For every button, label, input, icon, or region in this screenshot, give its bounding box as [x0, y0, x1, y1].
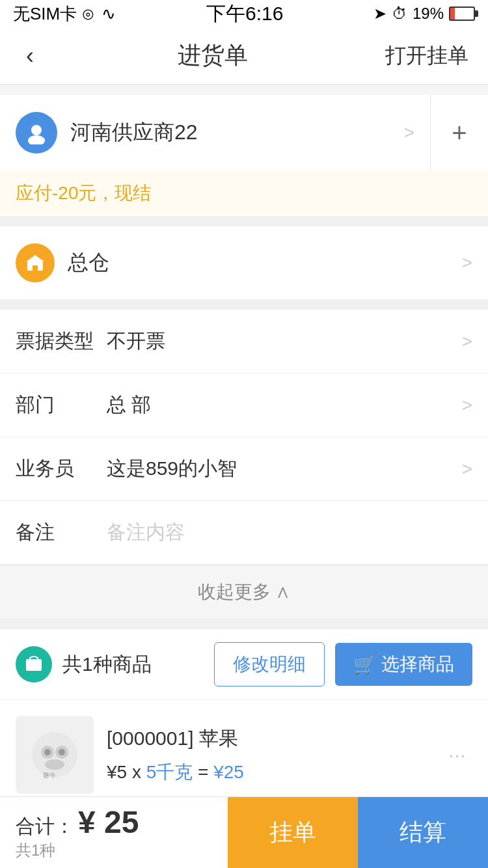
- department-row[interactable]: 部门 总 部 >: [0, 373, 488, 437]
- alarm-icon: ⏱: [392, 5, 407, 23]
- form-section: 票据类型 不开票 > 部门 总 部 > 业务员 这是859的小智 > 备注 备注…: [0, 310, 488, 619]
- svg-rect-5: [26, 659, 42, 671]
- svg-point-9: [44, 749, 51, 755]
- svg-rect-4: [33, 265, 38, 271]
- location-icon: ➤: [373, 5, 386, 23]
- edit-detail-button[interactable]: 修改明细: [214, 642, 325, 686]
- page-title: 进货单: [178, 40, 248, 72]
- unit-price: ¥5 x: [107, 762, 146, 782]
- warehouse-chevron-icon: >: [462, 252, 472, 273]
- product-item: 磐牛 [0000001] 苹果 ¥5 x 5千克 = ¥25 ···: [0, 700, 488, 809]
- total-amount: ¥ 25: [78, 804, 139, 840]
- invoice-type-value: 不开票: [107, 328, 455, 355]
- battery-text: 19%: [413, 5, 444, 23]
- supplier-name: 河南供应商22: [70, 118, 398, 147]
- product-code: [0000001]: [107, 727, 199, 749]
- remark-row[interactable]: 备注 备注内容: [0, 501, 488, 565]
- subtotal-value: ¥25: [213, 762, 244, 782]
- salesperson-chevron-icon: >: [462, 459, 472, 480]
- supplier-avatar: [16, 112, 57, 154]
- department-value: 总 部: [107, 392, 455, 418]
- select-product-label: 选择商品: [381, 652, 454, 677]
- supplier-notice: 应付-20元，现结: [0, 170, 488, 216]
- open-hang-button[interactable]: 打开挂单: [385, 42, 468, 70]
- content-area: 河南供应商22 > + 应付-20元，现结 总仓 > 票据类型 不开票 > 部门…: [0, 95, 488, 868]
- warehouse-name: 总仓: [68, 249, 455, 277]
- supplier-selector[interactable]: 河南供应商22 >: [0, 95, 431, 170]
- svg-point-10: [59, 749, 65, 755]
- quantity-value: 5千克: [146, 762, 193, 782]
- select-product-button[interactable]: 🛒 选择商品: [335, 643, 472, 686]
- product-thumbnail: 磐牛: [16, 716, 94, 794]
- department-chevron-icon: >: [462, 395, 472, 416]
- status-bar: 无SIM卡 ⊙ ∿ 下午6:16 ➤ ⏱ 19%: [0, 0, 488, 27]
- remark-label: 备注: [16, 519, 107, 546]
- svg-point-1: [28, 135, 45, 144]
- status-time: 下午6:16: [206, 1, 283, 27]
- supplier-add-button[interactable]: +: [431, 95, 488, 170]
- checkout-button[interactable]: 结算: [358, 797, 488, 868]
- svg-point-0: [31, 125, 42, 135]
- bottom-bar: 合计： ¥ 25 共1种 挂单 结算: [0, 796, 488, 868]
- product-title: 苹果: [199, 727, 238, 749]
- product-name: [0000001] 苹果: [107, 726, 442, 752]
- svg-marker-3: [26, 255, 44, 262]
- invoice-type-row[interactable]: 票据类型 不开票 >: [0, 310, 488, 373]
- supplier-section: 河南供应商22 > +: [0, 95, 488, 170]
- svg-point-11: [45, 759, 64, 770]
- svg-text:磐牛: 磐牛: [43, 772, 56, 779]
- product-info: [0000001] 苹果 ¥5 x 5千克 = ¥25: [107, 726, 442, 785]
- cart-icon: 🛒: [353, 654, 376, 675]
- salesperson-row[interactable]: 业务员 这是859的小智 >: [0, 437, 488, 501]
- equals-sign: =: [198, 762, 213, 782]
- salesperson-value: 这是859的小智: [107, 455, 455, 482]
- products-section: 共1种商品 修改明细 🛒 选择商品 磐牛: [0, 629, 488, 809]
- department-label: 部门: [16, 392, 107, 418]
- product-more-button[interactable]: ···: [442, 737, 472, 774]
- products-icon: [16, 646, 52, 683]
- salesperson-label: 业务员: [16, 455, 107, 482]
- invoice-chevron-icon: >: [462, 331, 472, 352]
- warehouse-selector[interactable]: 总仓 >: [0, 226, 488, 299]
- collapse-button[interactable]: 收起更多 ∧: [0, 565, 488, 619]
- product-price-row: ¥5 x 5千克 = ¥25: [107, 760, 442, 785]
- status-carrier: 无SIM卡 ⊙ ∿: [13, 3, 116, 25]
- products-header: 共1种商品 修改明细 🛒 选择商品: [0, 629, 488, 700]
- svg-point-6: [32, 732, 77, 778]
- total-label: 合计：: [16, 813, 74, 840]
- remark-input[interactable]: 备注内容: [107, 519, 472, 546]
- nav-bar: ‹ 进货单 打开挂单: [0, 27, 488, 85]
- back-button[interactable]: ‹: [20, 36, 40, 76]
- battery-icon: [449, 7, 475, 21]
- total-count: 共1种: [16, 840, 212, 861]
- invoice-type-label: 票据类型: [16, 328, 107, 355]
- supplier-chevron-icon: >: [404, 122, 414, 143]
- warehouse-icon: [16, 243, 55, 282]
- status-icons: ➤ ⏱ 19%: [373, 5, 475, 23]
- wifi-icon: ∿: [102, 4, 116, 24]
- carrier-text: 无SIM卡 ⊙: [13, 3, 95, 25]
- hang-button[interactable]: 挂单: [228, 797, 358, 868]
- products-count-label: 共1种商品: [62, 651, 214, 678]
- total-area: 合计： ¥ 25 共1种: [0, 797, 228, 868]
